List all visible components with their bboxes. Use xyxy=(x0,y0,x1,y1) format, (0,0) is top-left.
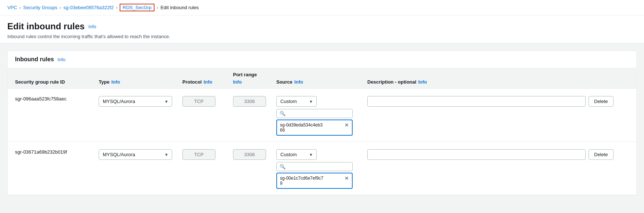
section-header: Inbound rules Info xyxy=(8,51,636,68)
port-cell-1: 3306 xyxy=(233,95,273,107)
delete-button-2[interactable]: Delete xyxy=(589,149,614,160)
col-header-protocol: Protocol Info xyxy=(182,79,230,85)
breadcrumb: VPC › Security Groups › sg-03ebee08576a3… xyxy=(0,0,644,15)
type-select-1[interactable]: MYSQL/Aurora xyxy=(99,96,172,107)
tag-box-1: sg-0d39eda534c4eb366 ✕ xyxy=(276,120,353,136)
type-cell-1: MYSQL/Aurora ▼ xyxy=(99,95,179,107)
description-cell-2 xyxy=(367,148,586,160)
port-field-2: 3306 xyxy=(233,149,266,160)
table-header: Security group rule ID Type Info Protoco… xyxy=(8,68,636,89)
port-info-link[interactable]: Info xyxy=(233,79,242,85)
tag-close-2[interactable]: ✕ xyxy=(345,176,349,181)
port-cell-2: 3306 xyxy=(233,148,273,160)
description-input-1[interactable] xyxy=(367,96,586,107)
breadcrumb-current: Edit inbound rules xyxy=(160,5,199,10)
breadcrumb-vpc[interactable]: VPC xyxy=(7,5,17,10)
breadcrumb-security-groups[interactable]: Security Groups xyxy=(23,5,57,10)
source-cell-2: Custom ▼ 🔍 sg-00e1c7cd6e7ef9c79 ✕ xyxy=(276,148,364,189)
type-select-2[interactable]: MYSQL/Aurora xyxy=(99,149,172,160)
type-select-wrapper-1: MYSQL/Aurora ▼ xyxy=(99,96,172,107)
inbound-rules-section: Inbound rules Info Security group rule I… xyxy=(7,51,637,195)
description-info-link[interactable]: Info xyxy=(418,79,427,85)
page-description: Inbound rules control the incoming traff… xyxy=(7,34,637,39)
source-row-top-2: Custom ▼ xyxy=(276,149,317,160)
section-info-link[interactable]: Info xyxy=(58,57,66,62)
search-input-box-1: 🔍 xyxy=(276,109,353,118)
protocol-info-link[interactable]: Info xyxy=(204,79,212,85)
description-cell-1 xyxy=(367,95,586,107)
search-icon-2: 🔍 xyxy=(280,164,285,169)
type-cell-2: MYSQL/Aurora ▼ xyxy=(99,148,179,160)
tag-text-2: sg-00e1c7cd6e7ef9c79 xyxy=(280,176,342,186)
port-field-1: 3306 xyxy=(233,96,266,107)
search-field-wrapper-2: 🔍 sg-00e1c7cd6e7ef9c79 ✕ xyxy=(276,162,353,189)
breadcrumb-sep-1: › xyxy=(19,5,21,10)
search-input-1[interactable] xyxy=(288,111,349,116)
page-header: Edit inbound rules Info Inbound rules co… xyxy=(0,15,644,43)
table-row: sgr-096aaa523fc758aec MYSQL/Aurora ▼ TCP… xyxy=(8,89,636,142)
source-select-2[interactable]: Custom xyxy=(276,149,317,160)
protocol-cell-2: TCP xyxy=(182,148,230,160)
delete-button-1[interactable]: Delete xyxy=(589,96,614,107)
main-content: Inbound rules Info Security group rule I… xyxy=(0,43,644,203)
type-select-wrapper-2: MYSQL/Aurora ▼ xyxy=(99,149,172,160)
action-cell-1: Delete xyxy=(589,95,629,107)
search-icon-1: 🔍 xyxy=(280,111,285,116)
source-select-wrapper-1: Custom ▼ xyxy=(276,96,317,107)
source-row-top-1: Custom ▼ xyxy=(276,96,317,107)
tag-text-1: sg-0d39eda534c4eb366 xyxy=(280,122,342,133)
rule-id-1: sgr-096aaa523fc758aec xyxy=(15,95,96,102)
page-title: Edit inbound rules xyxy=(7,21,85,32)
type-info-link[interactable]: Info xyxy=(111,79,120,85)
source-select-wrapper-2: Custom ▼ xyxy=(276,149,317,160)
page-info-link[interactable]: Info xyxy=(88,24,97,29)
col-header-rule-id: Security group rule ID xyxy=(15,79,96,85)
search-input-box-2: 🔍 xyxy=(276,162,353,171)
protocol-field-1: TCP xyxy=(182,96,215,107)
tag-close-1[interactable]: ✕ xyxy=(345,122,349,128)
breadcrumb-sep-3: › xyxy=(116,5,117,10)
tag-box-2: sg-00e1c7cd6e7ef9c79 ✕ xyxy=(276,173,353,189)
action-cell-2: Delete xyxy=(589,148,629,160)
source-info-link[interactable]: Info xyxy=(294,79,303,85)
breadcrumb-sep-4: › xyxy=(157,5,158,10)
col-header-source: Source Info xyxy=(276,79,364,85)
breadcrumb-sg-id[interactable]: sg-03ebee08576a322f2 xyxy=(63,5,114,10)
protocol-field-2: TCP xyxy=(182,149,215,160)
section-title: Inbound rules xyxy=(15,56,54,63)
col-header-port: Port range Info xyxy=(233,72,273,85)
search-input-2[interactable] xyxy=(288,164,349,169)
rule-id-2: sgr-03671a69b232b019f xyxy=(15,148,96,155)
protocol-cell-1: TCP xyxy=(182,95,230,107)
source-select-1[interactable]: Custom xyxy=(276,96,317,107)
breadcrumb-sep-2: › xyxy=(59,5,61,10)
col-header-description: Description - optional Info xyxy=(367,79,586,85)
search-field-wrapper-1: 🔍 sg-0d39eda534c4eb366 ✕ xyxy=(276,109,353,136)
page-title-row: Edit inbound rules Info xyxy=(7,21,637,32)
source-cell-1: Custom ▼ 🔍 sg-0d39eda534c4eb366 ✕ xyxy=(276,95,364,136)
breadcrumb-rds-secgrp[interactable]: RDS_SecGrp xyxy=(120,4,154,11)
description-input-2[interactable] xyxy=(367,149,586,160)
table-row: sgr-03671a69b232b019f MYSQL/Aurora ▼ TCP… xyxy=(8,142,636,195)
col-header-type: Type Info xyxy=(99,79,179,85)
